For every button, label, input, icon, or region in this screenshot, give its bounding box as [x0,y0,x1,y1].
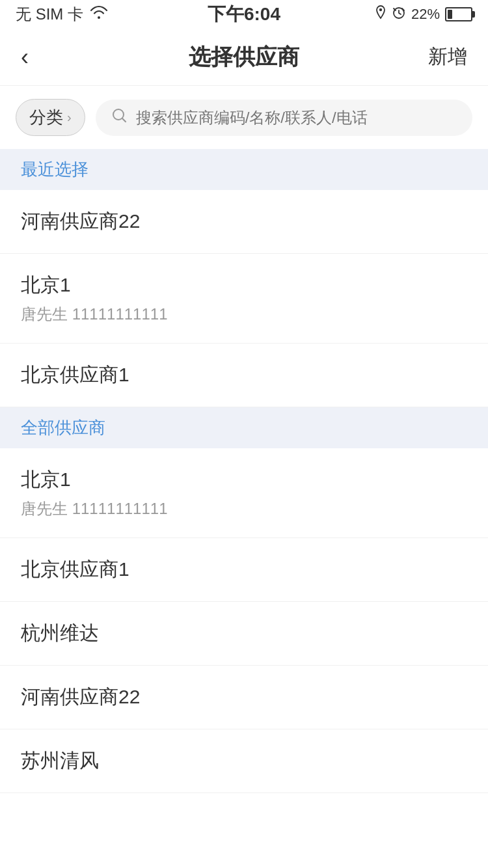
wifi-icon [90,5,108,23]
carrier-text: 无 SIM 卡 [16,4,83,25]
battery-percent: 22% [411,6,440,23]
item-name: 北京1 [21,467,467,493]
item-name: 苏州清风 [21,748,467,774]
item-name: 杭州维达 [21,620,467,647]
status-time: 下午6:04 [208,2,280,27]
category-button[interactable]: 分类 › [16,99,85,136]
item-name: 北京供应商1 [21,556,467,583]
sections-container: 最近选择河南供应商22北京1唐先生 11111111111北京供应商1全部供应商… [0,149,488,793]
add-button[interactable]: 新增 [428,44,467,70]
section-header-all: 全部供应商 [0,407,488,448]
list-item[interactable]: 北京1唐先生 11111111111 [0,254,488,344]
search-input[interactable] [136,109,457,127]
status-right: 22% [375,5,472,23]
status-left: 无 SIM 卡 [16,4,108,25]
alarm-icon [392,5,406,23]
list-item[interactable]: 河南供应商22 [0,190,488,254]
list-item[interactable]: 北京供应商1 [0,538,488,602]
nav-bar: ‹ 选择供应商 新增 [0,29,488,86]
list-item[interactable]: 苏州清风 [0,729,488,793]
search-box [96,100,472,136]
list-item[interactable]: 北京1唐先生 11111111111 [0,448,488,538]
list-item[interactable]: 河南供应商22 [0,666,488,729]
item-sub: 唐先生 11111111111 [21,498,467,519]
back-button[interactable]: ‹ [21,44,60,71]
item-name: 北京供应商1 [21,362,467,388]
item-sub: 唐先生 11111111111 [21,304,467,325]
location-icon [375,5,386,23]
list-item[interactable]: 北京供应商1 [0,344,488,407]
item-name: 北京1 [21,272,467,299]
category-label: 分类 [29,106,63,129]
section-header-recent: 最近选择 [0,149,488,190]
list-item[interactable]: 杭州维达 [0,602,488,666]
page-title: 选择供应商 [189,42,299,72]
item-name: 河南供应商22 [21,208,467,235]
battery-icon [445,7,472,21]
chevron-right-icon: › [67,110,72,125]
search-icon [111,107,128,128]
svg-point-0 [379,8,382,11]
filter-bar: 分类 › [0,86,488,149]
status-bar: 无 SIM 卡 下午6:04 22% [0,0,488,29]
item-name: 河南供应商22 [21,684,467,711]
